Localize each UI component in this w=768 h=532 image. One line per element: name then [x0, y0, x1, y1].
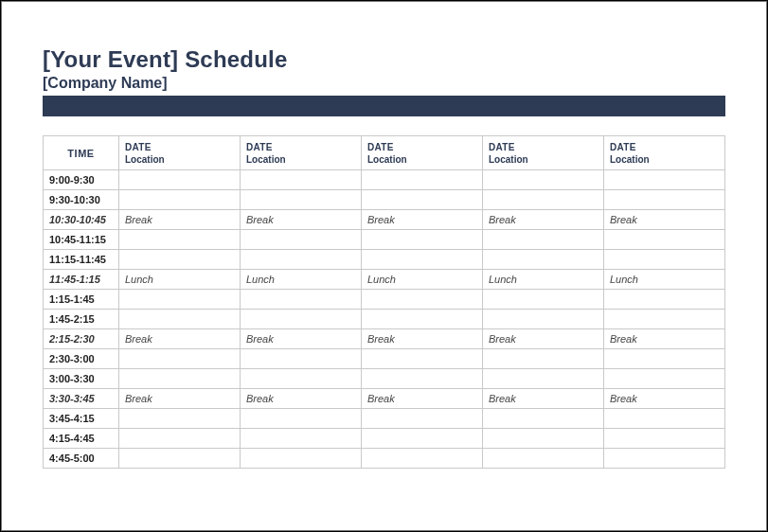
event-cell: [241, 369, 362, 389]
location-label: Location: [489, 154, 598, 168]
event-cell: Break: [604, 389, 725, 409]
header-row: TIME DATE Location DATE Location DATE Lo…: [44, 136, 725, 170]
event-cell: [241, 449, 362, 469]
event-cell: [119, 190, 241, 210]
event-cell: [362, 349, 483, 369]
event-cell: [362, 230, 483, 250]
schedule-table: TIME DATE Location DATE Location DATE Lo…: [43, 135, 725, 469]
time-cell: 2:15-2:30: [44, 329, 119, 349]
event-cell: [604, 449, 725, 469]
event-cell: [362, 290, 483, 310]
table-row: 4:45-5:00: [44, 449, 725, 469]
event-cell: Break: [362, 329, 483, 349]
event-cell: Break: [483, 210, 604, 230]
table-head: TIME DATE Location DATE Location DATE Lo…: [44, 136, 725, 170]
event-cell: [119, 369, 241, 389]
event-cell: [362, 409, 483, 429]
event-cell: [362, 429, 483, 449]
event-cell: [119, 310, 241, 329]
date-label: DATE: [125, 138, 234, 154]
time-cell: 4:45-5:00: [44, 449, 119, 469]
event-cell: [241, 409, 362, 429]
column-header: DATE Location: [362, 136, 483, 170]
time-cell: 2:30-3:00: [44, 349, 119, 369]
event-cell: [362, 190, 483, 210]
event-cell: [483, 449, 604, 469]
event-cell: Break: [119, 210, 241, 230]
table-row: 11:45-1:15LunchLunchLunchLunchLunch: [44, 270, 725, 290]
event-cell: [604, 230, 725, 250]
event-cell: [241, 230, 362, 250]
column-header: DATE Location: [483, 136, 604, 170]
event-cell: Break: [604, 210, 725, 230]
event-cell: Break: [119, 389, 241, 409]
event-cell: [483, 310, 604, 329]
time-cell: 11:45-1:15: [44, 270, 119, 290]
event-cell: [119, 409, 241, 429]
table-row: 2:15-2:30BreakBreakBreakBreakBreak: [44, 329, 725, 349]
time-header: TIME: [44, 136, 119, 170]
event-cell: [241, 190, 362, 210]
event-cell: [483, 349, 604, 369]
location-label: Location: [125, 154, 234, 168]
event-cell: [241, 250, 362, 270]
event-cell: [362, 170, 483, 190]
event-cell: [483, 250, 604, 270]
event-cell: Lunch: [604, 270, 725, 290]
event-cell: [483, 429, 604, 449]
table-row: 10:45-11:15: [44, 230, 725, 250]
event-cell: [241, 310, 362, 329]
column-header: DATE Location: [604, 136, 725, 170]
event-cell: [119, 170, 241, 190]
event-cell: [119, 250, 241, 270]
event-cell: Break: [604, 329, 725, 349]
event-cell: Break: [483, 329, 604, 349]
event-cell: [241, 429, 362, 449]
event-cell: [241, 349, 362, 369]
header-bar: [43, 96, 725, 116]
event-cell: [604, 349, 725, 369]
event-cell: Lunch: [362, 270, 483, 290]
table-row: 1:15-1:45: [44, 290, 725, 310]
date-label: DATE: [246, 138, 355, 154]
event-cell: Break: [241, 389, 362, 409]
event-cell: [483, 190, 604, 210]
event-cell: [604, 170, 725, 190]
table-row: 9:30-10:30: [44, 190, 725, 210]
column-header: DATE Location: [241, 136, 362, 170]
time-cell: 9:00-9:30: [44, 170, 119, 190]
event-cell: [119, 429, 241, 449]
date-label: DATE: [489, 138, 598, 154]
event-cell: [483, 290, 604, 310]
time-cell: 10:45-11:15: [44, 230, 119, 250]
table-row: 10:30-10:45BreakBreakBreakBreakBreak: [44, 210, 725, 230]
time-cell: 10:30-10:45: [44, 210, 119, 230]
event-cell: [483, 369, 604, 389]
event-cell: [604, 310, 725, 329]
event-cell: [483, 170, 604, 190]
column-header: DATE Location: [119, 136, 241, 170]
event-cell: Break: [362, 389, 483, 409]
event-cell: [604, 429, 725, 449]
time-cell: 1:15-1:45: [44, 290, 119, 310]
table-row: 9:00-9:30: [44, 170, 725, 190]
event-cell: [362, 369, 483, 389]
table-row: 11:15-11:45: [44, 250, 725, 270]
event-cell: [119, 230, 241, 250]
event-cell: [604, 290, 725, 310]
page-title: [Your Event] Schedule: [43, 46, 725, 73]
document-page: [Your Event] Schedule [Company Name] TIM…: [1, 1, 767, 469]
time-cell: 3:30-3:45: [44, 389, 119, 409]
event-cell: Lunch: [483, 270, 604, 290]
table-row: 3:45-4:15: [44, 409, 725, 429]
event-cell: [483, 230, 604, 250]
event-cell: Break: [241, 329, 362, 349]
date-label: DATE: [367, 138, 476, 154]
table-row: 3:30-3:45BreakBreakBreakBreakBreak: [44, 389, 725, 409]
table-row: 2:30-3:00: [44, 349, 725, 369]
event-cell: Break: [119, 329, 241, 349]
table-row: 3:00-3:30: [44, 369, 725, 389]
event-cell: [604, 250, 725, 270]
event-cell: Lunch: [119, 270, 241, 290]
page-subtitle: [Company Name]: [43, 75, 725, 92]
